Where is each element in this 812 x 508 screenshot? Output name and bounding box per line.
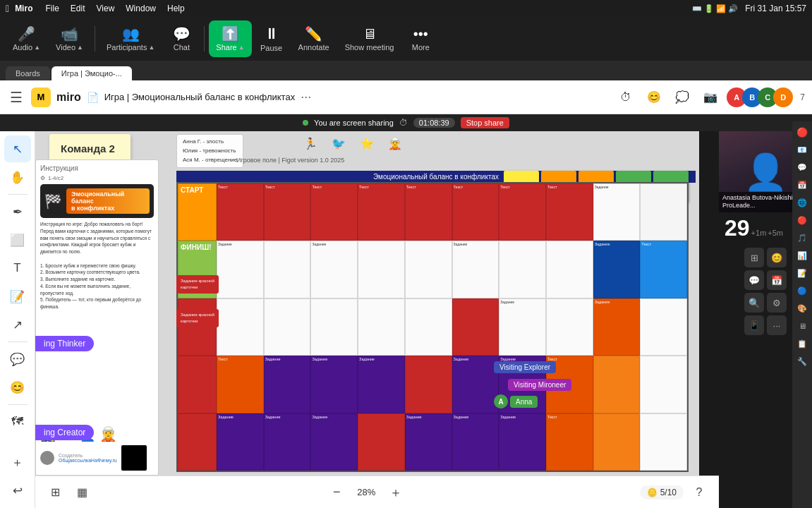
- zoom-out-button[interactable]: −: [325, 481, 348, 504]
- cell-r4-2[interactable]: Задание: [264, 356, 311, 413]
- cell-r1-3[interactable]: Текст: [310, 183, 358, 241]
- cell-r5-3[interactable]: Задание: [310, 413, 358, 471]
- cell-r1-10[interactable]: [640, 183, 687, 241]
- panel-icon-more[interactable]: ···: [767, 315, 787, 335]
- red-box-2[interactable]: Задание красной карточки: [176, 309, 219, 327]
- cell-r5-9[interactable]: [593, 413, 641, 471]
- panel-icon-calendar[interactable]: 📅: [767, 270, 787, 290]
- edge-app-12[interactable]: 🖥: [794, 318, 810, 334]
- cell-r4-10[interactable]: [640, 356, 687, 413]
- cursor-tool[interactable]: ↖: [4, 135, 31, 162]
- cell-r5-1[interactable]: Задание: [217, 413, 264, 471]
- connector-tool[interactable]: ↗: [4, 311, 31, 338]
- edge-app-6[interactable]: 🔴: [794, 212, 810, 228]
- cell-r5-10[interactable]: [640, 413, 687, 471]
- zoom-in-button[interactable]: ＋: [384, 481, 407, 504]
- cell-r5-0[interactable]: [178, 413, 217, 471]
- main-canvas[interactable]: ing Thinker ing Creator Команда 2 Инстру…: [35, 131, 699, 476]
- share-button[interactable]: ⬆️ Share ▲: [209, 20, 251, 57]
- pause-button[interactable]: ⏸ Pause: [253, 20, 290, 57]
- cell-r3-10[interactable]: [640, 298, 687, 356]
- app-name[interactable]: Miro: [15, 4, 32, 13]
- cell-r4-4[interactable]: Задание: [358, 356, 405, 413]
- edge-app-1[interactable]: 🔴: [794, 124, 810, 140]
- cell-r1-7[interactable]: Текст: [499, 183, 546, 241]
- cell-r5-6[interactable]: Задание: [452, 413, 499, 471]
- panel-icon-settings[interactable]: ⚙: [767, 293, 787, 313]
- cell-r3-4[interactable]: [358, 298, 405, 356]
- instruction-url[interactable]: ОбщаяссылкаНаФигму.ru: [59, 458, 117, 463]
- frame-tool[interactable]: ▦: [71, 481, 93, 504]
- game-board[interactable]: СТАРТ Текст Текст Текст Текст Текст Текс…: [176, 182, 689, 472]
- help-button[interactable]: ?: [688, 481, 710, 504]
- cell-r4-5[interactable]: [405, 356, 452, 413]
- cell-r3-9[interactable]: Задание: [593, 298, 641, 356]
- cell-r3-6[interactable]: [452, 298, 499, 356]
- cell-r1-5[interactable]: Текст: [405, 183, 452, 241]
- annotate-button[interactable]: ✏️ Annotate: [291, 20, 337, 57]
- coins-badge[interactable]: 🪙 5/10: [640, 485, 684, 500]
- team-2-note[interactable]: Команда 2: [49, 134, 131, 163]
- cell-r1-4[interactable]: Текст: [358, 183, 405, 241]
- tab-boards[interactable]: Boards: [6, 66, 50, 80]
- cell-r3-7[interactable]: Задание: [499, 298, 546, 356]
- cell-r2-3[interactable]: Задание: [310, 241, 358, 298]
- panel-icon-emoji[interactable]: 😊: [767, 248, 787, 267]
- cell-r4-6[interactable]: Задание: [452, 356, 499, 413]
- panel-icon-apps[interactable]: 📱: [744, 315, 764, 335]
- cell-r3-5[interactable]: [405, 298, 452, 356]
- hamburger-icon[interactable]: ☰: [7, 86, 25, 109]
- cell-r5-5[interactable]: Задание: [405, 413, 452, 471]
- chat-button[interactable]: 💬 Chat: [163, 20, 200, 57]
- menu-edit[interactable]: Edit: [66, 4, 90, 13]
- undo-icon[interactable]: ↩: [4, 477, 31, 504]
- cell-r1-6[interactable]: Текст: [452, 183, 499, 241]
- edge-app-11[interactable]: 🎨: [794, 301, 810, 316]
- sticky-tool[interactable]: 📝: [4, 283, 31, 310]
- cell-r4-0[interactable]: [178, 356, 217, 413]
- menu-window[interactable]: Window: [121, 4, 160, 13]
- edge-app-10[interactable]: 🔵: [794, 283, 810, 298]
- menu-view[interactable]: View: [92, 4, 119, 13]
- align-tool[interactable]: ⊞: [44, 481, 66, 504]
- comment-icon-btn[interactable]: 💭: [670, 85, 694, 109]
- menu-help[interactable]: Help: [163, 4, 189, 13]
- add-tool[interactable]: ＋: [4, 449, 31, 476]
- edge-app-13[interactable]: 📋: [794, 336, 810, 351]
- audio-button[interactable]: 🎤 Audio ▲: [6, 20, 47, 57]
- edge-app-14[interactable]: 🔧: [794, 353, 810, 369]
- cell-r2-10[interactable]: Текст: [640, 241, 687, 298]
- video-button[interactable]: 📹 Video ▲: [49, 20, 90, 57]
- more-button[interactable]: ••• More: [402, 20, 439, 57]
- edge-app-8[interactable]: 📊: [794, 248, 810, 263]
- cell-r5-4[interactable]: [358, 413, 405, 471]
- edge-app-3[interactable]: 💬: [794, 159, 810, 175]
- reaction-tool[interactable]: 😊: [4, 374, 31, 401]
- cell-r2-8[interactable]: [546, 241, 593, 298]
- cell-r4-1[interactable]: Текст: [217, 356, 264, 413]
- cell-r2-7[interactable]: [499, 241, 546, 298]
- cell-r5-2[interactable]: Задание: [264, 413, 311, 471]
- red-box-1[interactable]: Задание красной карточки: [176, 275, 219, 294]
- cell-r5-8[interactable]: Текст: [546, 413, 593, 471]
- cell-r1-9[interactable]: Задание: [593, 183, 641, 241]
- shapes-tool[interactable]: ⬜: [4, 226, 31, 253]
- cell-r3-2[interactable]: [264, 298, 311, 356]
- panel-icon-zoom[interactable]: 🔍: [744, 293, 764, 313]
- edge-app-2[interactable]: 📧: [794, 142, 810, 157]
- apple-menu[interactable]: : [6, 3, 9, 14]
- text-tool[interactable]: T: [4, 255, 31, 282]
- show-meeting-button[interactable]: 🖥 Show meeting: [338, 20, 401, 57]
- panel-icon-grid[interactable]: ⊞: [744, 248, 764, 267]
- cell-r4-3[interactable]: Задание: [310, 356, 358, 413]
- cell-r3-8[interactable]: [546, 298, 593, 356]
- edge-app-7[interactable]: 🎵: [794, 230, 810, 246]
- cell-r3-1[interactable]: [217, 298, 264, 356]
- edge-app-9[interactable]: 📝: [794, 265, 810, 281]
- cell-r2-9[interactable]: Задание: [593, 241, 641, 298]
- board-more-button[interactable]: ···: [301, 90, 311, 104]
- edge-app-4[interactable]: 📅: [794, 177, 810, 193]
- cell-r2-1[interactable]: Задание: [217, 241, 264, 298]
- panel-icon-chat[interactable]: 💬: [744, 270, 764, 290]
- cell-r1-8[interactable]: Текст: [546, 183, 593, 241]
